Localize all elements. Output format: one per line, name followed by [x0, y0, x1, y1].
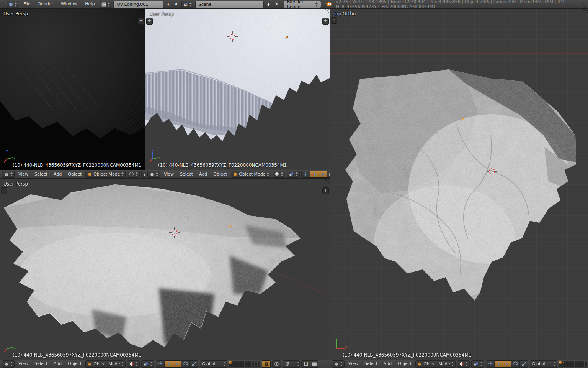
svg-text:z: z — [6, 340, 8, 343]
render-engine-dropdown[interactable]: Blender Render — [284, 1, 321, 8]
viewport-top-left[interactable]: User Persp + z y (10) 440-NLB_436560597X… — [0, 9, 145, 170]
mode-dropdown[interactable]: Object Mode — [231, 171, 271, 178]
scene-name: Scene — [199, 2, 212, 7]
window-grip-right[interactable] — [583, 1, 586, 8]
viewport-header-right: View Select Add Object Object Mode Globa… — [330, 360, 588, 368]
properties-shelf-toggle[interactable]: + — [138, 18, 144, 25]
rotate-manipulator-button[interactable] — [327, 171, 330, 178]
shading-dropdown[interactable] — [273, 171, 285, 178]
editor-type-button[interactable] — [2, 360, 15, 368]
viewport-right[interactable]: Top Ortho + y x (10) 440-NLB_436560597XY… — [330, 9, 588, 360]
editor-type-button[interactable] — [147, 171, 160, 178]
pivot-point-icon — [289, 172, 294, 177]
manipulator-toggle-button[interactable] — [156, 360, 165, 368]
object-origin-dot[interactable] — [286, 36, 288, 38]
viewport-bottom-left[interactable]: User Persp + + z y (10) 440-NLB_43656059… — [0, 179, 330, 360]
editor-selector-arrows — [10, 362, 13, 366]
object-menu[interactable]: Object — [395, 360, 415, 368]
pivot-dropdown[interactable] — [141, 171, 145, 178]
mode-dropdown[interactable]: Object Mode — [415, 360, 456, 368]
translate-manipulator-button[interactable] — [310, 171, 318, 178]
orientation-dropdown[interactable]: Global — [530, 360, 557, 368]
tool-shelf-toggle[interactable]: + — [331, 17, 337, 24]
select-menu[interactable]: Select — [361, 360, 381, 368]
translate-arrow-button[interactable] — [503, 360, 511, 368]
layers-grid-1[interactable] — [229, 361, 244, 367]
mode-value: Object Mode — [239, 172, 265, 177]
shading-dropdown[interactable] — [127, 360, 140, 368]
shading-dropdown[interactable] — [457, 360, 470, 368]
window-grip[interactable] — [2, 1, 5, 8]
manipulator-toggle-button[interactable] — [301, 171, 310, 178]
orientation-dropdown[interactable]: Global — [200, 360, 227, 368]
translate-arrow-button[interactable] — [173, 360, 181, 368]
view-menu[interactable]: View — [15, 360, 31, 368]
screen-layout-browse-button[interactable] — [100, 1, 111, 8]
editor-type-button[interactable] — [332, 360, 345, 368]
menu-render[interactable]: Render — [35, 0, 57, 8]
manipulator-toggle-button[interactable] — [486, 360, 495, 368]
close-scene-button[interactable]: ✕ — [273, 0, 280, 8]
add-menu[interactable]: Add — [51, 360, 65, 368]
add-layout-button[interactable]: + — [165, 0, 172, 8]
add-menu[interactable]: Add — [196, 170, 210, 179]
viewport-top-middle[interactable]: User Persp + + z y (10) 440-NLB_43656059… — [145, 9, 330, 170]
pivot-arrows — [150, 362, 152, 366]
mode-dropdown[interactable]: Object Mode — [85, 171, 126, 178]
pivot-dropdown[interactable] — [141, 360, 154, 368]
view-menu[interactable]: View — [161, 170, 177, 179]
scene-browse-button[interactable] — [181, 1, 193, 8]
object-menu[interactable]: Object — [65, 170, 85, 179]
proportional-edit-dropdown[interactable] — [272, 360, 281, 368]
add-menu[interactable]: Add — [381, 360, 395, 368]
rotate-manipulator-button[interactable] — [181, 360, 190, 368]
select-menu[interactable]: Select — [31, 360, 51, 368]
scene-name-field[interactable]: Scene — [195, 1, 264, 8]
layers-grid-2[interactable] — [245, 361, 260, 367]
shading-dropdown[interactable] — [127, 171, 140, 178]
properties-shelf-toggle[interactable]: + — [322, 187, 329, 194]
menu-help[interactable]: Help — [82, 0, 98, 8]
scale-manipulator-button[interactable] — [190, 360, 198, 368]
viewport-header-bottom-left: View Select Add Object Object Mode Globa… — [0, 360, 330, 368]
snap-toggle-button[interactable] — [283, 360, 291, 368]
close-layout-button[interactable]: ✕ — [173, 0, 180, 8]
editor-type-button[interactable] — [7, 1, 18, 8]
translate-arrow-button[interactable] — [318, 171, 327, 178]
opengl-render-image-button[interactable] — [301, 360, 310, 368]
scene-icon — [183, 2, 188, 7]
layers-grid-2[interactable] — [575, 361, 588, 367]
info-header: File Render Window Help UV Editing.001 +… — [0, 0, 588, 9]
translate-manipulator-button[interactable] — [165, 360, 173, 368]
object-origin-dot[interactable] — [462, 118, 464, 120]
pivot-dropdown[interactable] — [287, 171, 300, 178]
editor-type-button[interactable] — [2, 171, 15, 178]
add-menu[interactable]: Add — [51, 170, 65, 179]
translate-arrow-icon — [175, 361, 180, 366]
orientation-arrows — [553, 362, 555, 366]
tool-shelf-toggle[interactable]: + — [146, 18, 153, 25]
shading-arrows — [465, 362, 468, 366]
mode-dropdown[interactable]: Object Mode — [85, 360, 126, 368]
opengl-render-animation-button[interactable] — [310, 360, 318, 368]
object-origin-dot[interactable] — [229, 225, 231, 227]
add-scene-button[interactable]: + — [265, 0, 272, 8]
scale-manipulator-button[interactable] — [520, 360, 528, 368]
menu-window[interactable]: Window — [57, 0, 81, 8]
translate-manipulator-button[interactable] — [495, 360, 503, 368]
view-menu[interactable]: View — [15, 170, 31, 179]
properties-shelf-toggle[interactable]: + — [322, 18, 329, 25]
screen-layout-name-field[interactable]: UV Editing.001 — [113, 1, 163, 8]
view-menu[interactable]: View — [345, 360, 361, 368]
tool-shelf-toggle[interactable]: + — [1, 187, 7, 194]
select-menu[interactable]: Select — [31, 170, 51, 179]
menu-file[interactable]: File — [20, 0, 34, 8]
pivot-dropdown[interactable] — [471, 360, 484, 368]
rotate-manipulator-button[interactable] — [511, 360, 520, 368]
select-menu[interactable]: Select — [177, 170, 196, 179]
layers-grid-1[interactable] — [559, 361, 574, 367]
object-menu[interactable]: Object — [65, 360, 85, 368]
object-menu[interactable]: Object — [210, 170, 230, 179]
snap-element-dropdown[interactable] — [291, 360, 300, 368]
lock-to-scene-button[interactable] — [262, 360, 271, 368]
